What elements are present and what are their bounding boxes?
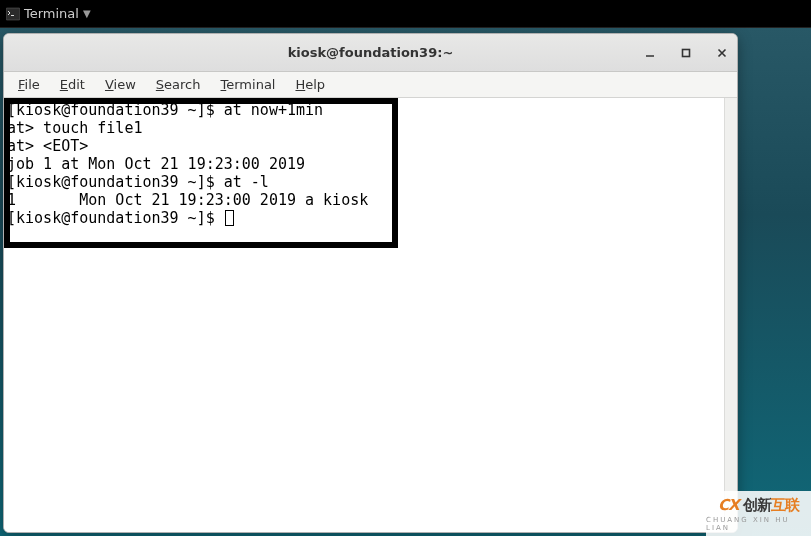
terminal-cursor (225, 210, 234, 226)
watermark-logo: CX 创新互联 (718, 496, 799, 515)
menu-view[interactable]: View (95, 74, 146, 95)
terminal-line: 1 Mon Oct 21 19:23:00 2019 a kiosk (7, 191, 368, 209)
menu-file[interactable]: File (8, 74, 50, 95)
terminal-line: [kiosk@foundation39 ~]$ at -l (7, 173, 269, 191)
watermark-subtext: CHUANG XIN HU LIAN (706, 516, 811, 532)
window-controls (643, 34, 729, 71)
minimize-button[interactable] (643, 46, 657, 60)
window-titlebar[interactable]: kiosk@foundation39:~ (4, 34, 737, 72)
panel-app-label[interactable]: Terminal (24, 6, 79, 21)
terminal-line: job 1 at Mon Oct 21 19:23:00 2019 (7, 155, 305, 173)
close-button[interactable] (715, 46, 729, 60)
menu-help[interactable]: Help (285, 74, 335, 95)
terminal-body[interactable]: [kiosk@foundation39 ~]$ at now+1min at> … (4, 98, 737, 532)
terminal-line: [kiosk@foundation39 ~]$ at now+1min (7, 101, 323, 119)
terminal-line: at> <EOT> (7, 137, 88, 155)
window-title: kiosk@foundation39:~ (288, 45, 454, 60)
panel-menu-caret-icon[interactable]: ▼ (83, 8, 91, 19)
terminal-icon (6, 7, 20, 21)
svg-rect-0 (6, 8, 20, 20)
menu-terminal[interactable]: Terminal (211, 74, 286, 95)
scrollbar-vertical[interactable] (724, 98, 737, 532)
desktop-top-panel: Terminal ▼ (0, 0, 811, 28)
terminal-window: kiosk@foundation39:~ File Edit View Sear… (3, 33, 738, 533)
menu-edit[interactable]: Edit (50, 74, 95, 95)
watermark: CX 创新互联 CHUANG XIN HU LIAN (706, 491, 811, 536)
terminal-line: [kiosk@foundation39 ~]$ (7, 209, 224, 227)
svg-rect-3 (683, 49, 690, 56)
maximize-button[interactable] (679, 46, 693, 60)
terminal-line: at> touch file1 (7, 119, 142, 137)
menubar: File Edit View Search Terminal Help (4, 72, 737, 98)
menu-search[interactable]: Search (146, 74, 211, 95)
terminal-output: [kiosk@foundation39 ~]$ at now+1min at> … (4, 98, 737, 230)
